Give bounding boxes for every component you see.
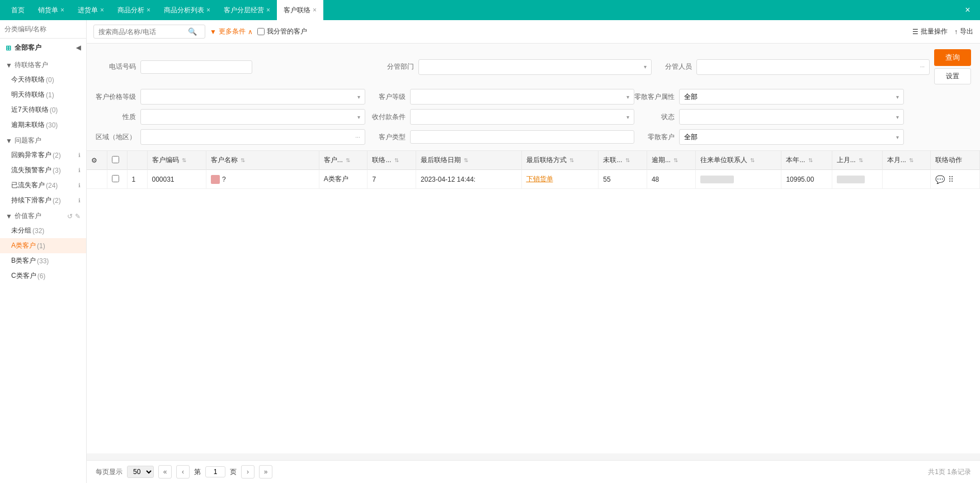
- close-product-list-tab[interactable]: ×: [206, 6, 210, 14]
- nav-product-analysis[interactable]: 商品分析 ×: [111, 0, 157, 20]
- horizontal-scrollbar[interactable]: [87, 453, 980, 460]
- person-label: 分管人员: [652, 62, 692, 72]
- nav-product-list[interactable]: 商品分析列表 ×: [157, 0, 217, 20]
- close-customer-contact-tab[interactable]: ×: [313, 6, 317, 14]
- action-chat-icon[interactable]: 💬: [935, 175, 945, 184]
- sidebar-item-7days-pending[interactable]: 近7天待联络 (0): [0, 102, 86, 117]
- col-type: 客户... ⇅: [319, 151, 368, 170]
- query-button[interactable]: 查询: [934, 49, 971, 66]
- last-method-link[interactable]: 下销货单: [526, 175, 553, 183]
- sort-type-icon[interactable]: ⇅: [346, 157, 350, 163]
- nav-sales[interactable]: 销货单 ×: [31, 0, 71, 20]
- main-search-input[interactable]: [98, 28, 188, 36]
- close-purchase-tab[interactable]: ×: [100, 6, 104, 14]
- sidebar-item-repurchase-anomaly[interactable]: 回购异常客户 (2) ℹ: [0, 148, 86, 163]
- sort-name-icon[interactable]: ⇅: [241, 157, 245, 163]
- phone-input[interactable]: [140, 60, 252, 74]
- filter-row-1: 电话号码 分管部门 ▾ 分管人员 ···: [96, 49, 971, 84]
- close-window-button[interactable]: ×: [960, 2, 976, 18]
- first-page-button[interactable]: «: [158, 465, 172, 479]
- last-page-button[interactable]: »: [259, 465, 272, 479]
- retail-customer-select[interactable]: 全部 ▾: [679, 129, 904, 145]
- main-search-icon[interactable]: 🔍: [188, 27, 197, 36]
- page-number-input[interactable]: [205, 466, 225, 477]
- collapse-sidebar-icon[interactable]: ◀: [76, 44, 81, 51]
- dept-select[interactable]: ▾: [418, 59, 652, 75]
- my-customers-checkbox-label[interactable]: 我分管的客户: [257, 27, 307, 36]
- all-customers-header[interactable]: ⊞ 全部客户 ◀: [0, 39, 86, 57]
- sidebar-item-tomorrow-pending[interactable]: 明天待联络 (1): [0, 87, 86, 102]
- status-label: 状态: [634, 112, 675, 122]
- sidebar-item-class-a[interactable]: A类客户 (1): [0, 238, 86, 253]
- filter-cell-customer-type: 客户类型: [365, 130, 635, 144]
- customer-level-select[interactable]: ▾: [410, 89, 635, 105]
- close-customer-segment-tab[interactable]: ×: [266, 6, 270, 14]
- sort-lastdate-icon[interactable]: ⇅: [464, 157, 468, 163]
- sidebar-search-input[interactable]: [4, 25, 87, 33]
- edit-icon[interactable]: ✎: [75, 212, 81, 220]
- sort-lastmethod-icon[interactable]: ⇅: [569, 157, 574, 163]
- select-all-checkbox[interactable]: [112, 156, 119, 163]
- row-actions-cell: 💬 ⠿: [931, 170, 980, 189]
- prev-page-button[interactable]: ‹: [176, 465, 190, 479]
- sort-nocontact-icon[interactable]: ⇅: [625, 157, 630, 163]
- sidebar-item-today-pending[interactable]: 今天待联络 (0): [0, 72, 86, 87]
- sidebar-item-churn-warning[interactable]: 流失预警客户 (3) ℹ: [0, 163, 86, 178]
- sort-lastmonth-icon[interactable]: ⇅: [859, 157, 863, 163]
- next-page-button[interactable]: ›: [241, 465, 255, 479]
- retail-attr-caret: ▾: [896, 94, 899, 100]
- col-contact: 联络... ⇅: [368, 151, 416, 170]
- nature-select[interactable]: ▾: [140, 109, 365, 125]
- sort-thismonth-icon[interactable]: ⇅: [909, 157, 913, 163]
- sidebar-item-churned[interactable]: 已流失客户 (24) ℹ: [0, 178, 86, 193]
- row-index-cell: 1: [127, 170, 147, 189]
- filter-cell-person: 分管人员 ···: [652, 59, 930, 75]
- sidebar-item-unclassified[interactable]: 未分组 (32): [0, 223, 86, 238]
- sidebar-item-class-c[interactable]: C类客户 (6): [0, 268, 86, 283]
- settings-button[interactable]: 设置: [934, 68, 971, 84]
- row-overdue-cell: 48: [647, 170, 695, 189]
- price-level-select[interactable]: ▾: [140, 89, 365, 105]
- status-select[interactable]: ▾: [679, 109, 904, 125]
- nav-customer-segment[interactable]: 客户分层经营 ×: [217, 0, 277, 20]
- info-icon: ℹ: [78, 152, 81, 158]
- filter-cell-phone: 电话号码: [96, 60, 374, 74]
- nav-customer-contact[interactable]: 客户联络 ×: [277, 0, 323, 20]
- phone-label: 电话号码: [96, 62, 136, 72]
- sort-code-icon[interactable]: ⇅: [182, 157, 186, 163]
- customer-type-input[interactable]: [410, 130, 635, 144]
- row-checkbox[interactable]: [112, 175, 119, 182]
- dept-label: 分管部门: [374, 62, 414, 72]
- horizontal-scrollbar-area: [87, 453, 980, 460]
- payment-select[interactable]: ▾: [410, 109, 635, 125]
- sort-overdue-icon[interactable]: ⇅: [673, 157, 678, 163]
- nav-home[interactable]: 首页: [4, 0, 31, 20]
- batch-op-icon: ☰: [912, 28, 918, 36]
- sort-thisyear-icon[interactable]: ⇅: [808, 157, 813, 163]
- more-filters-button[interactable]: ▼ 更多条件 ∧: [210, 27, 253, 36]
- page-size-select[interactable]: 50: [127, 466, 154, 478]
- status-caret: ▾: [896, 114, 899, 120]
- my-customers-checkbox[interactable]: [257, 28, 265, 35]
- sort-contact-icon[interactable]: ⇅: [394, 157, 399, 163]
- action-more-icon[interactable]: ⠿: [948, 175, 954, 184]
- sidebar-item-class-b[interactable]: B类客户 (33): [0, 253, 86, 268]
- col-no-contact: 未联... ⇅: [599, 151, 647, 170]
- customer-table: ⚙ 客户编码 ⇅ 客户名称 ⇅: [87, 151, 980, 189]
- region-select[interactable]: ···: [140, 129, 365, 145]
- batch-operation-button[interactable]: ☰ 批量操作: [912, 27, 948, 36]
- person-select[interactable]: ···: [696, 59, 930, 75]
- payment-caret: ▾: [626, 114, 629, 120]
- close-sales-tab[interactable]: ×: [60, 6, 64, 14]
- close-product-analysis-tab[interactable]: ×: [147, 6, 150, 14]
- table-header-row: ⚙ 客户编码 ⇅ 客户名称 ⇅: [87, 151, 980, 170]
- sort-unitcontact-icon[interactable]: ⇅: [750, 157, 755, 163]
- export-button[interactable]: ↑ 导出: [954, 27, 973, 36]
- sidebar-item-overdue[interactable]: 逾期未联络 (30): [0, 117, 86, 132]
- refresh-icon[interactable]: ↺: [67, 212, 73, 220]
- col-this-month: 本月... ⇅: [882, 151, 931, 170]
- sidebar-item-declining[interactable]: 持续下滑客户 (2) ℹ: [0, 193, 86, 208]
- retail-attr-select[interactable]: 全部 ▾: [679, 89, 904, 105]
- nav-purchase[interactable]: 进货单 ×: [71, 0, 111, 20]
- table-settings-icon[interactable]: ⚙: [91, 157, 97, 164]
